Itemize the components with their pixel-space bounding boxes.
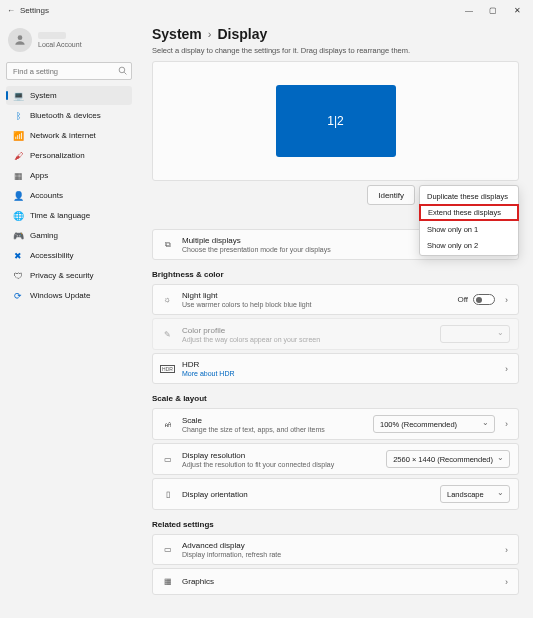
monitor-arrangement[interactable]: 1|2 xyxy=(152,61,519,181)
sidebar: Local Account 💻SystemᛒBluetooth & device… xyxy=(0,20,138,618)
nav-icon: 👤 xyxy=(13,191,23,201)
dropdown-option[interactable]: Extend these displays xyxy=(419,204,519,221)
orientation-select[interactable]: Landscape xyxy=(440,485,510,503)
color-profile-icon: ✎ xyxy=(161,328,174,341)
resolution-card[interactable]: ▭ Display resolution Adjust the resoluti… xyxy=(152,443,519,475)
graphics-card[interactable]: ▦ Graphics › xyxy=(152,568,519,595)
nav-label: Bluetooth & devices xyxy=(30,111,101,120)
search-icon xyxy=(118,66,127,75)
sidebar-item-network-internet[interactable]: 📶Network & internet xyxy=(6,126,132,145)
nav-label: Privacy & security xyxy=(30,271,94,280)
sidebar-item-time-language[interactable]: 🌐Time & language xyxy=(6,206,132,225)
scale-card[interactable]: 🗚 Scale Change the size of text, apps, a… xyxy=(152,408,519,440)
svg-point-0 xyxy=(18,35,23,40)
color-profile-select xyxy=(440,325,510,343)
color-profile-card: ✎ Color profile Adjust the way colors ap… xyxy=(152,318,519,350)
nav-icon: ✖ xyxy=(13,251,23,261)
main-content: System › Display Select a display to cha… xyxy=(138,20,533,618)
breadcrumb: System › Display xyxy=(152,26,519,42)
minimize-button[interactable]: — xyxy=(457,0,481,20)
nav-icon: 💻 xyxy=(13,91,23,101)
advanced-display-icon: ▭ xyxy=(161,543,174,556)
breadcrumb-current: Display xyxy=(217,26,267,42)
presentation-mode-dropdown[interactable]: Duplicate these displaysExtend these dis… xyxy=(419,185,519,256)
nav-label: Network & internet xyxy=(30,131,96,140)
search-input[interactable] xyxy=(6,62,132,80)
nav-label: Time & language xyxy=(30,211,90,220)
scale-select[interactable]: 100% (Recommended) xyxy=(373,415,495,433)
profile-name xyxy=(38,32,66,39)
svg-line-2 xyxy=(124,72,126,74)
orientation-card[interactable]: ▯ Display orientation Landscape xyxy=(152,478,519,510)
chevron-right-icon: › xyxy=(503,419,510,429)
sidebar-item-privacy-security[interactable]: 🛡Privacy & security xyxy=(6,266,132,285)
sidebar-item-apps[interactable]: ▦Apps xyxy=(6,166,132,185)
sidebar-item-system[interactable]: 💻System xyxy=(6,86,132,105)
breadcrumb-parent[interactable]: System xyxy=(152,26,202,42)
nav-icon: ⟳ xyxy=(13,291,23,301)
profile-block[interactable]: Local Account xyxy=(6,24,132,56)
dropdown-option[interactable]: Show only on 1 xyxy=(420,221,518,237)
window-title: Settings xyxy=(20,6,49,15)
nav-label: System xyxy=(30,91,57,100)
sidebar-item-accounts[interactable]: 👤Accounts xyxy=(6,186,132,205)
advanced-display-card[interactable]: ▭ Advanced display Display information, … xyxy=(152,534,519,565)
nav-icon: 📶 xyxy=(13,131,23,141)
chevron-right-icon: › xyxy=(503,545,510,555)
back-button[interactable]: ← xyxy=(4,6,18,15)
chevron-right-icon: › xyxy=(503,577,510,587)
nav-label: Personalization xyxy=(30,151,85,160)
sidebar-item-accessibility[interactable]: ✖Accessibility xyxy=(6,246,132,265)
monitors-icon: ⧉ xyxy=(161,238,174,251)
nav-label: Apps xyxy=(30,171,48,180)
resolution-select[interactable]: 2560 × 1440 (Recommended) xyxy=(386,450,510,468)
page-subtitle: Select a display to change the settings … xyxy=(152,46,519,55)
nav-icon: ᛒ xyxy=(13,111,23,121)
nav-icon: 🖌 xyxy=(13,151,23,161)
svg-point-1 xyxy=(119,67,125,73)
resolution-icon: ▭ xyxy=(161,453,174,466)
identify-button[interactable]: Identify xyxy=(367,185,415,205)
sidebar-item-gaming[interactable]: 🎮Gaming xyxy=(6,226,132,245)
nav-icon: 🎮 xyxy=(13,231,23,241)
dropdown-option[interactable]: Duplicate these displays xyxy=(420,188,518,204)
night-light-toggle[interactable] xyxy=(473,294,495,305)
close-button[interactable]: ✕ xyxy=(505,0,529,20)
dropdown-option[interactable]: Show only on 2 xyxy=(420,237,518,253)
nav-icon: 🌐 xyxy=(13,211,23,221)
avatar-icon xyxy=(8,28,32,52)
chevron-right-icon: › xyxy=(503,364,510,374)
chevron-right-icon: › xyxy=(503,295,510,305)
chevron-right-icon: › xyxy=(208,28,212,40)
section-related: Related settings xyxy=(152,520,519,529)
profile-subtitle: Local Account xyxy=(38,41,82,48)
nav-label: Accessibility xyxy=(30,251,74,260)
night-light-card[interactable]: ☼ Night light Use warmer colors to help … xyxy=(152,284,519,315)
nav-label: Accounts xyxy=(30,191,63,200)
nav-label: Gaming xyxy=(30,231,58,240)
night-light-icon: ☼ xyxy=(161,293,174,306)
nav-icon: ▦ xyxy=(13,171,23,181)
nav-icon: 🛡 xyxy=(13,271,23,281)
hdr-link[interactable]: More about HDR xyxy=(182,370,495,377)
scale-icon: 🗚 xyxy=(161,418,174,431)
hdr-icon: HDR xyxy=(161,362,174,375)
orientation-icon: ▯ xyxy=(161,488,174,501)
section-brightness: Brightness & color xyxy=(152,270,519,279)
sidebar-item-bluetooth-devices[interactable]: ᛒBluetooth & devices xyxy=(6,106,132,125)
hdr-card[interactable]: HDR HDR More about HDR › xyxy=(152,353,519,384)
sidebar-item-windows-update[interactable]: ⟳Windows Update xyxy=(6,286,132,305)
nav-label: Windows Update xyxy=(30,291,90,300)
maximize-button[interactable]: ▢ xyxy=(481,0,505,20)
sidebar-item-personalization[interactable]: 🖌Personalization xyxy=(6,146,132,165)
monitor-tile[interactable]: 1|2 xyxy=(276,85,396,157)
graphics-icon: ▦ xyxy=(161,575,174,588)
section-scale: Scale & layout xyxy=(152,394,519,403)
